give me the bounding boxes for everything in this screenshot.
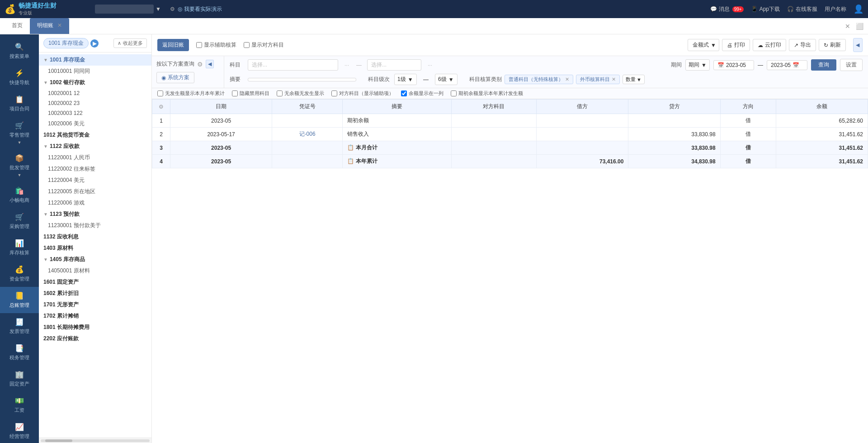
level-range-separator: — bbox=[423, 76, 429, 83]
sidebar-item-retail[interactable]: 🛒 零售管理 ▼ bbox=[0, 117, 39, 149]
tree-item-10020002[interactable]: 10020002 23 bbox=[39, 98, 151, 108]
window-resize-icon[interactable]: ⬜ bbox=[856, 23, 863, 30]
sidebar-item-project[interactable]: 📋 项目合同 bbox=[0, 91, 39, 117]
sidebar-item-quicknav[interactable]: ⚡ 快捷导航 bbox=[0, 64, 39, 91]
period-type-select[interactable]: 期间 ▼ bbox=[685, 59, 710, 71]
refresh-btn[interactable]: ↻ 刷新 bbox=[819, 39, 846, 51]
collapse-right-btn[interactable]: ◀ bbox=[853, 38, 863, 52]
show-aux-checkbox[interactable] bbox=[196, 42, 202, 48]
app-download-btn[interactable]: 📱 App下载 bbox=[751, 5, 780, 13]
tree-item-1122[interactable]: ▼ 1122 应收款 bbox=[39, 141, 151, 152]
sidebar-item-wholesale[interactable]: 📦 批发管理 ▼ bbox=[0, 149, 39, 182]
tree-item-10010001[interactable]: 10010001 同同同 bbox=[39, 66, 151, 77]
account-collapse-btn[interactable]: ∧ 收起更多 bbox=[113, 38, 147, 48]
sidebar-item-invoice[interactable]: 🧾 发票管理 bbox=[0, 313, 39, 339]
option-balance-one-col-checkbox[interactable] bbox=[401, 91, 407, 96]
amount-style-btn[interactable]: 金额式 ▼ bbox=[688, 39, 719, 51]
sidebar-item-purchase[interactable]: 🛒 采购管理 bbox=[0, 208, 39, 234]
return-old-btn[interactable]: 返回旧账 bbox=[157, 39, 189, 51]
scrollbar-thumb[interactable] bbox=[45, 439, 72, 442]
account-scrollbar[interactable] bbox=[39, 438, 151, 443]
print-btn[interactable]: 🖨 打印 bbox=[722, 39, 750, 51]
tree-item-1405[interactable]: ▼ 1405 库存商品 bbox=[39, 254, 151, 265]
query-btn[interactable]: 查询 bbox=[811, 59, 836, 71]
user-avatar-icon[interactable]: 👤 bbox=[854, 4, 863, 14]
option-beginning-balance[interactable]: 期初余额显示本年累计发生额 bbox=[451, 90, 523, 97]
level-end-select[interactable]: 6级 ▼ bbox=[435, 74, 458, 85]
sidebar-item-operations[interactable]: 📈 经营管理 bbox=[0, 418, 39, 443]
schema-settings-icon[interactable]: ⚙ bbox=[197, 61, 203, 68]
tree-item-1702[interactable]: 1702 累计摊销 bbox=[39, 310, 151, 322]
tree-item-11220005[interactable]: 11220005 所在地区 bbox=[39, 186, 151, 197]
settings-icon[interactable]: ⚙ bbox=[170, 6, 175, 12]
tree-item-10020003[interactable]: 10020003 122 bbox=[39, 108, 151, 118]
tree-item-14050001[interactable]: 14050001 原材料 bbox=[39, 265, 151, 276]
tree-item-11220001[interactable]: 11220001 人民币 bbox=[39, 152, 151, 163]
top-search-dropdown[interactable]: ▼ bbox=[156, 6, 161, 12]
sidebar-item-inventory[interactable]: 📊 库存核算 bbox=[0, 234, 39, 261]
gear-col-icon[interactable]: ⚙ bbox=[159, 104, 164, 110]
cloud-print-btn[interactable]: ☁ 云打印 bbox=[753, 39, 786, 51]
tag-close-1[interactable]: ✕ bbox=[612, 76, 616, 82]
tab-home[interactable]: 首页 bbox=[5, 18, 30, 34]
export-btn[interactable]: ↗ 导出 bbox=[789, 39, 816, 51]
option-contra-show-checkbox[interactable] bbox=[331, 91, 337, 96]
tree-item-1602[interactable]: 1602 累计折旧 bbox=[39, 288, 151, 299]
tree-item-1123[interactable]: ▼ 1123 预付款 bbox=[39, 209, 151, 220]
option-no-balance[interactable]: 无发生额显示本月本年累计 bbox=[157, 90, 225, 97]
cell-no-3: 3 bbox=[152, 141, 170, 155]
tab-maximize[interactable]: ✕ ⬜ bbox=[845, 23, 863, 30]
sidebar-item-assets[interactable]: 🏢 固定资产 bbox=[0, 366, 39, 392]
sidebar-item-search[interactable]: 🔍 搜索菜单 bbox=[0, 38, 39, 64]
option-no-balance-show-checkbox[interactable] bbox=[277, 91, 283, 96]
sidebar-item-capital[interactable]: 💰 资金管理 bbox=[0, 261, 39, 287]
option-hide-disabled-checkbox[interactable] bbox=[232, 91, 238, 96]
tree-item-1403[interactable]: 1403 原材料 bbox=[39, 243, 151, 254]
setting-btn[interactable]: 设置 bbox=[840, 59, 863, 71]
option-no-balance-checkbox[interactable] bbox=[157, 91, 163, 96]
schema-collapse-btn[interactable]: ◀ bbox=[206, 60, 214, 68]
period-end-date[interactable]: 2023-05 📅 bbox=[767, 60, 807, 70]
tree-item-1132[interactable]: 1132 应收利息 bbox=[39, 231, 151, 243]
show-contra-checkbox[interactable] bbox=[244, 42, 250, 48]
option-contra-show[interactable]: 对方科目（显示辅助项） bbox=[331, 90, 394, 97]
tree-item-11230001[interactable]: 11230001 预付款美于 bbox=[39, 220, 151, 231]
demo-link[interactable]: ◎ 我要看实际演示 bbox=[178, 5, 222, 13]
option-balance-one-col[interactable]: 余额显示在一列 bbox=[401, 90, 443, 97]
option-hide-disabled[interactable]: 隐藏禁用科目 bbox=[232, 90, 269, 97]
period-start-date[interactable]: 📅 2023-05 bbox=[713, 60, 754, 70]
tree-item-1701[interactable]: 1701 无形资产 bbox=[39, 299, 151, 310]
tree-item-1801[interactable]: 1801 长期待摊费用 bbox=[39, 322, 151, 333]
subject-filter-input-2[interactable]: 选择... bbox=[367, 59, 421, 71]
tree-item-11220006[interactable]: 11220006 游戏 bbox=[39, 197, 151, 209]
schema-system-btn[interactable]: ◉ 系统方案 bbox=[156, 72, 194, 83]
tree-item-11220002[interactable]: 11220002 往来标签 bbox=[39, 163, 151, 175]
voucher-link-2[interactable]: 记-006 bbox=[299, 131, 316, 137]
tree-item-10020001[interactable]: 10020001 12 bbox=[39, 88, 151, 98]
sidebar-item-ledger[interactable]: 📒 总账管理 bbox=[0, 287, 39, 313]
subject-filter-input[interactable]: 选择... bbox=[248, 59, 338, 71]
account-nav-btn[interactable]: ▶ bbox=[90, 39, 99, 48]
tag-close-0[interactable]: ✕ bbox=[565, 76, 569, 82]
tree-item-11220004[interactable]: 11220004 美元 bbox=[39, 175, 151, 186]
sidebar-item-ecommerce[interactable]: 🛍️ 小畅电商 bbox=[0, 182, 39, 208]
online-service-btn[interactable]: 🎧 在线客服 bbox=[787, 5, 817, 13]
tree-item-1012[interactable]: 1012 其他货币资金 bbox=[39, 129, 151, 141]
sidebar-item-salary[interactable]: 💵 工资 bbox=[0, 392, 39, 418]
summary-filter-input[interactable] bbox=[248, 78, 356, 81]
option-beginning-balance-checkbox[interactable] bbox=[451, 91, 457, 96]
window-close-icon[interactable]: ✕ bbox=[845, 23, 850, 30]
message-btn[interactable]: 💬 消息 99+ bbox=[710, 5, 744, 13]
tree-item-1002[interactable]: ▼ 1002 银行存款 bbox=[39, 77, 151, 88]
tree-item-1601[interactable]: 1601 固定资产 bbox=[39, 276, 151, 288]
tree-item-10020006[interactable]: 10020006 美元 bbox=[39, 118, 151, 129]
tree-item-1001[interactable]: ▼ 1001 库存现金 bbox=[39, 54, 151, 66]
tab-close-icon[interactable]: ✕ bbox=[57, 22, 62, 29]
sidebar-item-tax[interactable]: 📑 税务管理 bbox=[0, 339, 39, 366]
top-search-input[interactable] bbox=[95, 5, 154, 14]
qty-btn[interactable]: 数量 ▼ bbox=[623, 75, 645, 84]
tab-ledger[interactable]: 明细账 ✕ bbox=[30, 18, 69, 34]
level-start-select[interactable]: 1级 ▼ bbox=[394, 74, 417, 85]
tree-item-2202[interactable]: 2202 应付账款 bbox=[39, 333, 151, 344]
option-no-balance-show[interactable]: 无余额无发生显示 bbox=[277, 90, 324, 97]
